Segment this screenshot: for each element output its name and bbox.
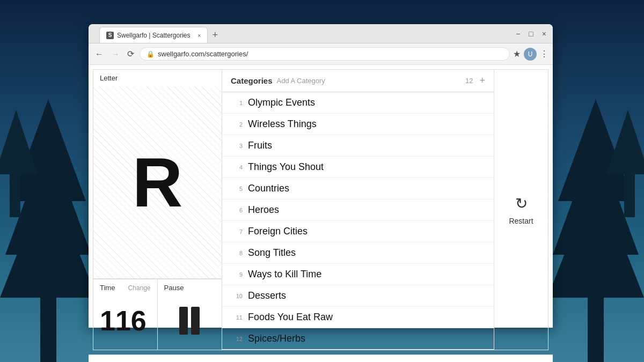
- category-item[interactable]: 1 Olympic Events: [222, 92, 494, 114]
- time-header: Time Change: [100, 284, 151, 292]
- tab-title: Swellgarfo | Scattergories List G...: [117, 32, 192, 39]
- browser-titlebar: S Swellgarfo | Scattergories List G... ×…: [89, 24, 553, 43]
- category-item[interactable]: 5 Countries: [222, 178, 494, 200]
- menu-icon[interactable]: ⋮: [540, 49, 548, 59]
- tab-bar: S Swellgarfo | Scattergories List G... ×…: [97, 24, 516, 43]
- category-number: 9: [231, 271, 243, 278]
- restart-label[interactable]: Restart: [509, 217, 533, 225]
- browser-window: S Swellgarfo | Scattergories List G... ×…: [89, 24, 553, 328]
- category-number: 1: [231, 100, 243, 106]
- app-content: Letter R Time Change 116 Pause: [89, 65, 553, 328]
- letter-label: Letter: [93, 70, 222, 86]
- category-name: Song Titles: [248, 247, 296, 258]
- category-item[interactable]: 2 Wireless Things: [222, 114, 494, 135]
- category-item[interactable]: 7 Foreign Cities: [222, 221, 494, 242]
- category-name: Wireless Things: [248, 119, 317, 130]
- svg-marker-10: [606, 110, 644, 174]
- letter-display: R: [93, 86, 222, 278]
- category-number: 7: [231, 228, 243, 235]
- category-name: Desserts: [248, 290, 286, 301]
- categories-header: Categories Add A Category 12 +: [222, 70, 494, 92]
- timer-section: Time Change 116 Pause: [93, 279, 222, 350]
- category-name: Spices/Herbs: [248, 333, 305, 344]
- category-number: 3: [231, 143, 243, 149]
- close-button[interactable]: ×: [542, 29, 546, 38]
- minimize-button[interactable]: −: [516, 29, 520, 38]
- category-name: Foods You Eat Raw: [248, 312, 333, 323]
- svg-marker-4: [0, 110, 38, 174]
- svg-rect-3: [40, 298, 56, 362]
- category-name: Countries: [248, 183, 289, 194]
- app-footer: Scattergories List Generator About Old V…: [89, 354, 553, 362]
- category-number: 10: [231, 293, 243, 299]
- category-name: Things You Shout: [248, 161, 324, 173]
- reload-button[interactable]: ⟳: [125, 48, 136, 60]
- lock-icon: 🔒: [147, 50, 155, 58]
- left-panel: Letter R Time Change 116 Pause: [93, 70, 222, 350]
- category-item[interactable]: 11 Foods You Eat Raw: [222, 307, 494, 328]
- window-controls-right: − □ ×: [516, 29, 553, 38]
- category-item[interactable]: 6 Heroes: [222, 200, 494, 221]
- timer-value: 116: [100, 296, 151, 345]
- new-tab-button[interactable]: +: [208, 27, 222, 43]
- category-number: 6: [231, 207, 243, 213]
- pause-panel: Pause: [158, 279, 222, 350]
- address-bar[interactable]: 🔒 swellgarfo.com/scattergories/: [140, 47, 510, 61]
- category-number: 8: [231, 250, 243, 256]
- category-item[interactable]: 8 Song Titles: [222, 242, 494, 264]
- svg-rect-5: [10, 174, 20, 217]
- right-panel: ↻ Restart: [494, 70, 548, 350]
- pause-label: Pause: [164, 284, 216, 292]
- pause-bar-left: [179, 307, 188, 335]
- categories-panel: Categories Add A Category 12 + 1 Olympic…: [222, 70, 494, 350]
- category-number: 11: [231, 314, 243, 321]
- contrast-icon[interactable]: ◑: [485, 359, 493, 362]
- category-count: 12: [465, 77, 473, 85]
- svg-rect-9: [588, 298, 604, 362]
- tab-close-button[interactable]: ×: [197, 32, 201, 39]
- restart-icon[interactable]: ↻: [515, 195, 528, 212]
- change-link[interactable]: Change: [128, 284, 150, 292]
- main-grid: Letter R Time Change 116 Pause: [93, 69, 548, 350]
- maximize-button[interactable]: □: [529, 29, 533, 38]
- category-name: Ways to Kill Time: [248, 269, 321, 280]
- category-name: Foreign Cities: [248, 226, 308, 237]
- back-button[interactable]: ←: [93, 48, 106, 60]
- bookmark-icon[interactable]: ★: [513, 49, 521, 59]
- category-item[interactable]: 10 Desserts: [222, 285, 494, 307]
- active-tab[interactable]: S Swellgarfo | Scattergories List G... ×: [99, 27, 208, 43]
- category-item[interactable]: 12 Spices/Herbs: [222, 328, 494, 350]
- add-category-link[interactable]: Add A Category: [277, 77, 325, 85]
- pause-bar-right: [191, 307, 200, 335]
- time-label: Time: [100, 284, 115, 292]
- current-letter: R: [133, 147, 183, 217]
- category-add-button[interactable]: +: [479, 75, 485, 86]
- tab-favicon: S: [106, 32, 114, 39]
- category-item[interactable]: 3 Fruits: [222, 135, 494, 157]
- svg-rect-11: [624, 174, 635, 217]
- address-bar-row: ← → ⟳ 🔒 swellgarfo.com/scattergories/ ★ …: [89, 43, 553, 65]
- time-panel: Time Change 116: [93, 279, 158, 350]
- forward-button[interactable]: →: [109, 48, 122, 60]
- category-item[interactable]: 9 Ways to Kill Time: [222, 264, 494, 285]
- category-name: Fruits: [248, 140, 272, 151]
- category-number: 2: [231, 121, 243, 128]
- footer-right: ◑ Change Colors: [485, 359, 544, 362]
- category-number: 12: [231, 336, 243, 342]
- pause-button[interactable]: [179, 307, 200, 335]
- category-number: 4: [231, 164, 243, 171]
- category-number: 5: [231, 186, 243, 192]
- category-name: Olympic Events: [248, 97, 315, 108]
- letter-section: Letter R: [93, 70, 222, 279]
- categories-title: Categories: [231, 76, 273, 85]
- category-item[interactable]: 4 Things You Shout: [222, 157, 494, 178]
- trees-left: [0, 94, 97, 362]
- profile-icon[interactable]: U: [524, 48, 537, 61]
- pause-button-area: [164, 296, 216, 345]
- category-name: Heroes: [248, 204, 279, 216]
- url-text: swellgarfo.com/scattergories/: [158, 50, 248, 58]
- trees-right: [547, 94, 644, 362]
- category-list: 1 Olympic Events 2 Wireless Things 3 Fru…: [222, 92, 494, 350]
